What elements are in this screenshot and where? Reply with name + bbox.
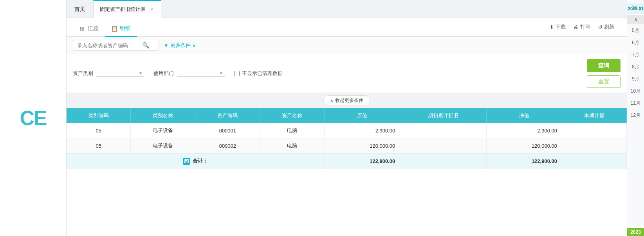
search-box: 🔍 — [73, 40, 159, 51]
col-header-accumulated-depreciation: 期初累计折旧 — [400, 108, 487, 123]
cell-asset-code: 000001 — [195, 123, 260, 138]
refresh-label: 刷新 — [604, 23, 614, 30]
print-icon: 🖨 — [574, 24, 579, 30]
download-button[interactable]: ⬇ 下载 — [550, 23, 566, 30]
tab-bar: 首页 固定资产折旧统计表 × — [67, 0, 627, 18]
right-sidebar: 2023.01 ∧ 5月 6月 7月 8月 9月 10月 11月 12月 202… — [627, 0, 644, 236]
chevron-down-icon: ∨ — [192, 43, 196, 48]
asset-category-select[interactable]: ▼ — [96, 70, 144, 77]
tab-close-icon[interactable]: × — [149, 0, 155, 19]
table-wrapper: 类别编码 类别名称 资产编码 资产名称 原值 期初累计折旧 净值 本期计提 05… — [67, 108, 627, 236]
download-label: 下载 — [556, 23, 566, 30]
sidebar-month-8[interactable]: 8月 — [627, 61, 644, 73]
cell-accumulated-depreciation — [400, 123, 487, 138]
cell-category-code: 05 — [67, 123, 131, 138]
cell-category-name: 电子设备 — [131, 123, 195, 138]
summary-icon: ⊞ — [79, 25, 85, 32]
cell-net-value: 2,900.00 — [486, 123, 562, 138]
total-row: 📊 合计： 122,900.00 122,900.00 — [67, 154, 627, 169]
col-header-category-name: 类别名称 — [131, 108, 195, 123]
query-button[interactable]: 查询 — [587, 59, 621, 72]
hide-cleared-checkbox[interactable] — [234, 71, 240, 76]
cell-accumulated-depreciation — [400, 138, 487, 154]
total-original-value: 122,900.00 — [325, 154, 400, 169]
main-area: 首页 固定资产折旧统计表 × ⊞ 汇总 📋 明细 ⬇ 下载 � — [67, 0, 627, 236]
btn-group: 查询 重置 — [587, 59, 621, 88]
use-department-select[interactable]: ▼ — [177, 70, 225, 77]
refresh-icon: ↺ — [598, 24, 603, 30]
cell-category-code: 05 — [67, 138, 131, 154]
sidebar-month-6[interactable]: 6月 — [627, 37, 644, 48]
asset-category-label: 资产类别 — [73, 70, 93, 77]
total-label: 合计： — [193, 158, 208, 164]
refresh-button[interactable]: ↺ 刷新 — [598, 23, 614, 30]
total-label-cell: 📊 合计： — [67, 154, 325, 169]
cell-current-provision — [562, 138, 626, 154]
hide-cleared-label: 不显示已清理数据 — [242, 70, 283, 77]
detail-icon: 📋 — [111, 25, 117, 32]
content-wrapper: ⊞ 汇总 📋 明细 ⬇ 下载 🖨 打印 ↺ 刷新 — [67, 18, 627, 236]
toolbar-right: ⬇ 下载 🖨 打印 ↺ 刷新 — [550, 18, 621, 36]
col-header-category-code: 类别编码 — [67, 108, 131, 123]
total-current-provision — [562, 154, 626, 169]
active-tab-label: 固定资产折旧统计表 — [100, 0, 146, 18]
total-accumulated-depreciation — [400, 154, 487, 169]
cell-asset-code: 000002 — [195, 138, 260, 154]
print-label: 打印 — [580, 23, 590, 30]
collapse-bar: ∧ 收起更多条件 — [67, 93, 627, 108]
search-input[interactable] — [77, 43, 140, 48]
sidebar-year-badge[interactable]: 2023 — [627, 228, 644, 236]
filter-icon: ▼ — [164, 43, 169, 48]
download-icon: ⬇ — [550, 24, 554, 30]
sidebar-month-12[interactable]: 12月 — [627, 110, 644, 121]
logo-text: CE — [20, 106, 46, 130]
table-header-row: 类别编码 类别名称 资产编码 资产名称 原值 期初累计折旧 净值 本期计提 — [67, 108, 627, 123]
filter-bar: 🔍 ▼ 更多条件 ∨ — [67, 37, 627, 54]
col-header-original-value: 原值 — [325, 108, 400, 123]
search-icon[interactable]: 🔍 — [142, 42, 150, 49]
tab-detail-label: 明细 — [120, 25, 131, 32]
cell-current-provision — [562, 123, 626, 138]
tab-detail[interactable]: 📋 明细 — [105, 21, 137, 37]
advanced-filter: 资产类别 ▼ 使用部门 ▼ 不显示已清理数据 查询 重置 — [67, 54, 627, 93]
print-button[interactable]: 🖨 打印 — [574, 23, 590, 30]
cell-asset-name: 电脑 — [260, 138, 325, 154]
home-tab[interactable]: 首页 — [67, 0, 93, 18]
col-header-current-provision: 本期计提 — [562, 108, 626, 123]
cell-original-value: 2,900.00 — [325, 123, 400, 138]
use-department-arrow: ▼ — [219, 71, 223, 75]
col-header-net-value: 净值 — [486, 108, 562, 123]
collapse-label: 收起更多条件 — [335, 97, 363, 104]
window-close-button[interactable]: ✕ — [631, 3, 638, 13]
tab-summary-label: 汇总 — [88, 25, 99, 32]
reset-button[interactable]: 重置 — [587, 75, 621, 88]
sidebar-month-7[interactable]: 7月 — [627, 49, 644, 61]
active-tab[interactable]: 固定资产折旧统计表 × — [93, 0, 161, 18]
table-row: 05 电子设备 000002 电脑 120,000.00 120,000.00 — [67, 138, 627, 154]
cell-category-name: 电子设备 — [131, 138, 195, 154]
table-row: 05 电子设备 000001 电脑 2,900.00 2,900.00 — [67, 123, 627, 138]
sidebar-month-9[interactable]: 9月 — [627, 73, 644, 85]
total-icon: 📊 — [183, 158, 190, 165]
asset-category-arrow: ▼ — [139, 71, 143, 75]
sidebar-month-10[interactable]: 10月 — [627, 86, 644, 97]
tab-summary[interactable]: ⊞ 汇总 — [73, 21, 105, 37]
collapse-icon: ∧ — [330, 98, 334, 104]
main-table: 类别编码 类别名称 资产编码 资产名称 原值 期初累计折旧 净值 本期计提 05… — [67, 108, 627, 169]
cell-asset-name: 电脑 — [260, 123, 325, 138]
cell-net-value: 120,000.00 — [486, 138, 562, 154]
use-department-label: 使用部门 — [153, 70, 174, 77]
sidebar-month-11[interactable]: 11月 — [627, 98, 644, 109]
sidebar-month-5[interactable]: 5月 — [627, 25, 644, 36]
logo-area: CE — [0, 0, 67, 236]
more-filter-label: 更多条件 — [170, 42, 191, 49]
collapse-button[interactable]: ∧ 收起更多条件 — [323, 95, 370, 106]
col-header-asset-code: 资产编码 — [195, 108, 260, 123]
total-net-value: 122,900.00 — [486, 154, 562, 169]
cell-original-value: 120,000.00 — [325, 138, 400, 154]
more-filter-button[interactable]: ▼ 更多条件 ∨ — [164, 42, 196, 49]
sidebar-nav-up[interactable]: ∧ — [627, 15, 644, 24]
second-tab-bar: ⊞ 汇总 📋 明细 ⬇ 下载 🖨 打印 ↺ 刷新 — [67, 18, 627, 37]
col-header-asset-name: 资产名称 — [260, 108, 325, 123]
hide-cleared-area: 不显示已清理数据 — [234, 70, 283, 77]
